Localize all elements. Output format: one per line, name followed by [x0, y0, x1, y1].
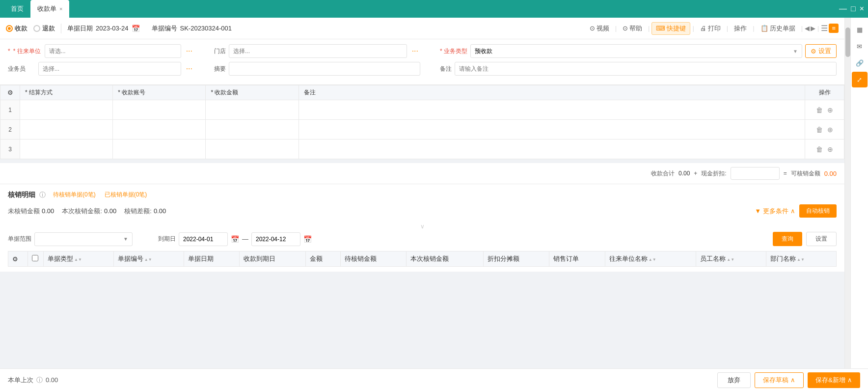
verify-settings-btn[interactable]: 设置 — [806, 232, 837, 246]
tab-active[interactable]: 收款单 × — [30, 0, 69, 18]
action-cell: 🗑 ⊕ — [805, 140, 844, 159]
settlement-cell[interactable] — [20, 140, 113, 159]
toolbar-number-field: 单据编号 SK-20230324-001 — [152, 24, 232, 33]
filter-right: ▼ 更多条件 ∧ 自动核销 — [755, 204, 837, 218]
counterpart-more-icon[interactable]: ··· — [184, 47, 194, 56]
th-due_date: 收款到期日 — [240, 251, 306, 267]
th-dept: 部门名称▲▼ — [766, 251, 837, 267]
operation-btn[interactable]: 操作 — [730, 23, 751, 34]
menu-icon[interactable]: ☰ — [821, 24, 828, 33]
amount-cell[interactable] — [206, 120, 298, 140]
more-conditions-btn[interactable]: ▼ 更多条件 ∧ — [755, 207, 795, 216]
mail-sidebar-icon[interactable]: ✉ — [852, 38, 868, 54]
staff-input[interactable] — [38, 62, 181, 76]
help-btn[interactable]: ⊙ 帮助 — [619, 23, 646, 34]
copy-icon[interactable]: ⊕ — [827, 145, 833, 153]
table-sidebar-icon[interactable]: ▦ — [852, 22, 868, 37]
next-icon[interactable]: ▶ — [811, 25, 815, 32]
tab-bar: 首页 收款单 × — □ × — [0, 0, 868, 18]
prev-icon[interactable]: ◀ — [805, 25, 810, 32]
remark-cell[interactable] — [298, 100, 805, 120]
save-draft-btn[interactable]: 保存草稿 ∧ — [755, 372, 804, 388]
attach-sidebar-icon[interactable]: 🔗 — [852, 55, 868, 71]
print-btn[interactable]: 🖨 打印 — [696, 23, 725, 34]
copy-icon[interactable]: ⊕ — [827, 126, 833, 134]
check-all-input[interactable] — [32, 255, 38, 261]
radio-receipt[interactable]: 收款 — [6, 24, 27, 33]
date-end-input[interactable] — [251, 232, 300, 246]
operation-label: 操作 — [734, 24, 747, 33]
number-value: SK-20230324-001 — [180, 25, 232, 32]
maximize-icon[interactable]: □ — [851, 4, 856, 13]
th-current: 本次核销金额 — [407, 251, 483, 267]
discount-input[interactable] — [731, 167, 780, 180]
account-cell[interactable] — [113, 140, 206, 159]
scroll-track[interactable] — [844, 18, 850, 368]
settlement-cell[interactable] — [20, 100, 113, 120]
sort-dept-icon[interactable]: ▲▼ — [797, 257, 805, 262]
summary-input[interactable] — [229, 62, 420, 76]
tab-active-label: 收款单 — [37, 0, 56, 18]
minimize-icon[interactable]: — — [839, 4, 847, 13]
radio-refund[interactable]: 退款 — [33, 24, 55, 33]
account-cell[interactable] — [113, 100, 206, 120]
tab-home[interactable]: 首页 — [4, 0, 30, 18]
remark-input[interactable] — [455, 62, 837, 76]
amount-cell[interactable] — [206, 100, 298, 120]
settings-btn[interactable]: ⚙ 设置 — [805, 44, 837, 58]
row-num-cell: 2 — [0, 120, 20, 140]
delete-icon[interactable]: 🗑 — [816, 106, 823, 114]
sort-counterpart-icon[interactable]: ▲▼ — [649, 257, 656, 262]
sep7: | — [817, 25, 819, 32]
sort-number-icon[interactable]: ▲▼ — [144, 257, 152, 262]
scope-select[interactable]: ▼ — [34, 232, 133, 246]
date-start-input[interactable] — [179, 232, 228, 246]
th-check-all[interactable] — [28, 251, 44, 267]
store-label: 门店 — [214, 47, 226, 56]
mode-icon[interactable]: ≡ — [829, 24, 839, 33]
store-more-icon[interactable]: ··· — [410, 47, 420, 56]
settlement-cell[interactable] — [20, 120, 113, 140]
calendar-start-icon[interactable]: 📅 — [231, 235, 239, 243]
sort-staff-icon[interactable]: ▲▼ — [727, 257, 734, 262]
counterpart-input[interactable] — [45, 44, 181, 58]
tab-close-icon[interactable]: × — [59, 0, 62, 18]
scroll-thumb — [845, 28, 850, 57]
current-info-icon[interactable]: ⓘ — [36, 376, 43, 385]
radio-group: 收款 退款 — [6, 24, 55, 33]
th-date: 单据日期 — [184, 251, 239, 267]
expand-sidebar-icon[interactable]: ⤢ — [852, 72, 868, 87]
close-window-icon[interactable]: × — [860, 4, 864, 13]
video-btn[interactable]: ⊙ 视频 — [586, 23, 613, 34]
delete-icon[interactable]: 🗑 — [816, 145, 823, 153]
gear-bottom-icon[interactable]: ⚙ — [12, 255, 18, 263]
verify-filter-row: 单据范围 ▼ 到期日 📅 — 📅 查询 设置 — [8, 232, 837, 246]
th-current-label: 本次核销金额 — [410, 255, 449, 262]
save-new-btn[interactable]: 保存&新增 ∧ — [808, 372, 860, 388]
settings-label: 设置 — [818, 47, 831, 56]
calendar-end-icon[interactable]: 📅 — [303, 235, 312, 243]
history-btn[interactable]: 📋 历史单据 — [757, 23, 799, 34]
total-label: 收款合计 — [651, 169, 675, 178]
calendar-icon[interactable]: 📅 — [132, 25, 140, 32]
delete-icon[interactable]: 🗑 — [816, 126, 823, 134]
sort-type-icon[interactable]: ▲▼ — [74, 257, 82, 262]
pending-tab[interactable]: 待核销单据(0笔) — [50, 189, 99, 200]
copy-icon[interactable]: ⊕ — [827, 106, 833, 114]
verified-tab[interactable]: 已核销单据(0笔) — [101, 189, 151, 200]
shortcut-btn[interactable]: ⌨ 快捷键 — [651, 22, 690, 35]
remark-cell[interactable] — [298, 120, 805, 140]
amount-cell[interactable] — [206, 140, 298, 159]
discard-btn[interactable]: 放弃 — [717, 372, 751, 388]
attach-icon: 🔗 — [856, 59, 864, 67]
business-type-select[interactable]: 预收款 ▼ — [470, 44, 802, 58]
store-input[interactable] — [229, 44, 407, 58]
staff-more-icon[interactable]: ··· — [184, 64, 194, 73]
save-new-label: 保存&新增 — [815, 376, 845, 385]
auto-verify-btn[interactable]: 自动核销 — [799, 204, 837, 218]
verify-info-icon[interactable]: ⓘ — [39, 191, 46, 199]
remark-cell[interactable] — [298, 140, 805, 159]
query-btn[interactable]: 查询 — [773, 232, 802, 246]
account-cell[interactable] — [113, 120, 206, 140]
th-gear[interactable]: ⚙ — [0, 85, 20, 100]
